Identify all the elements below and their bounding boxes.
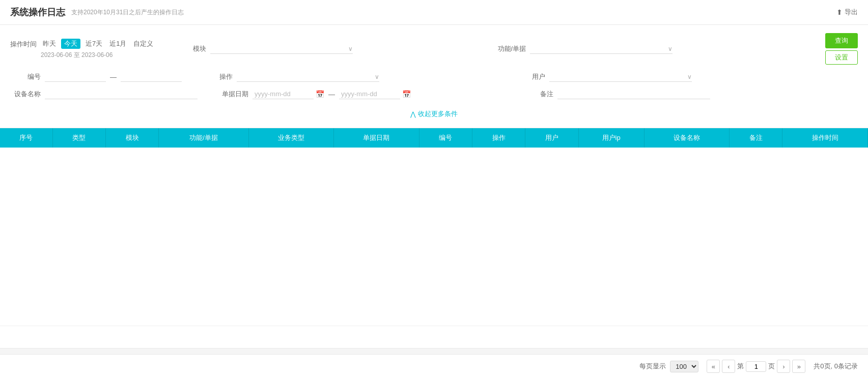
time-label: 操作时间 [10,40,37,49]
number-dash: — [110,73,117,81]
number-input-start[interactable] [45,72,106,82]
col-function: 功能/单据 [159,128,248,148]
function-label: 功能/单据 [495,44,526,53]
time-buttons: 昨天 今天 近7天 近1月 自定义 [41,39,155,49]
calendar-start-icon[interactable]: 📅 [316,90,324,98]
module-select[interactable]: ∨ [210,44,353,54]
export-label: 导出 [845,8,858,17]
filter-row-1: 操作时间 昨天 今天 近7天 近1月 自定义 2023-06-06 至 2023… [10,33,858,65]
time-btn-today[interactable]: 今天 [61,39,80,49]
date-label: 单据日期 [218,90,248,99]
col-device: 设备名称 [644,128,729,148]
collapse-up-icon: ⋀ [410,110,416,118]
function-select[interactable]: ∨ [530,44,673,54]
operation-chevron-icon: ∨ [375,73,379,80]
module-chevron-icon: ∨ [348,45,353,52]
col-date: 单据日期 [334,128,419,148]
table-body [0,148,868,326]
table-header: 序号 类型 模块 功能/单据 业务类型 单据日期 编号 操作 用户 用户ip 设… [0,128,868,148]
filter-area: 操作时间 昨天 今天 近7天 近1月 自定义 2023-06-06 至 2023… [0,25,868,128]
page-number-input[interactable] [746,361,766,372]
empty-area [0,148,868,326]
export-button[interactable]: ⬆ 导出 [836,8,858,17]
module-label: 模块 [176,44,206,53]
time-range: 2023-06-06 至 2023-06-06 [41,51,155,60]
time-btn-custom[interactable]: 自定义 [131,39,155,49]
col-module: 模块 [106,128,159,148]
page-info: 第 页 [737,361,775,372]
col-number: 编号 [419,128,472,148]
page-unit: 页 [768,362,775,371]
operation-select[interactable]: ∨ [237,72,379,82]
device-input[interactable] [45,89,198,99]
col-userip: 用户ip [578,128,644,148]
filter-row-3: 设备名称 单据日期 📅 — 📅 备注 [10,89,858,99]
date-end-input[interactable] [339,89,400,99]
col-operation: 操作 [472,128,525,148]
table-header-row: 序号 类型 模块 功能/单据 业务类型 单据日期 编号 操作 用户 用户ip 设… [0,128,868,148]
time-btn-1month[interactable]: 近1月 [107,39,128,49]
export-icon: ⬆ [836,8,843,16]
last-page-button[interactable]: » [792,360,805,373]
action-buttons: 查询 设置 [825,33,858,65]
collapse-button[interactable]: ⋀ 收起更多条件 [410,109,458,119]
next-page-button[interactable]: › [777,360,790,373]
number-input-end[interactable] [121,72,182,82]
collapse-label: 收起更多条件 [418,109,458,119]
time-filter: 操作时间 昨天 今天 近7天 近1月 自定义 2023-06-06 至 2023… [10,39,155,60]
page-subtitle: 支持2020年10月31日之后产生的操作日志 [71,8,184,17]
col-type: 类型 [52,128,105,148]
calendar-end-icon[interactable]: 📅 [402,90,411,98]
col-biztype: 业务类型 [248,128,333,148]
date-dash: — [328,91,335,98]
scrollbar-area[interactable] [0,348,868,354]
col-seq: 序号 [0,128,52,148]
settings-button[interactable]: 设置 [825,50,858,65]
pagination: 每页显示 100 50 200 « ‹ 第 页 › » 共0页, 0条记录 [0,354,868,378]
user-select[interactable]: ∨ [549,72,692,82]
data-table: 序号 类型 模块 功能/单据 业务类型 单据日期 编号 操作 用户 用户ip 设… [0,128,868,326]
col-remark: 备注 [730,128,782,148]
prev-page-button[interactable]: ‹ [722,360,735,373]
filter-row-2: 编号 — 操作 ∨ 用户 ∨ [10,72,858,82]
page-size-label: 每页显示 [639,362,666,371]
remark-input[interactable] [557,89,710,99]
time-btn-7days[interactable]: 近7天 [83,39,104,49]
user-label: 用户 [515,72,545,81]
time-options: 昨天 今天 近7天 近1月 自定义 2023-06-06 至 2023-06-0… [41,39,155,60]
page-total: 共0页, 0条记录 [814,362,858,371]
user-chevron-icon: ∨ [687,73,692,80]
col-optime: 操作时间 [782,128,868,148]
scrollbar-inner [0,348,868,354]
page-title: 系统操作日志 [10,6,65,18]
first-page-button[interactable]: « [707,360,720,373]
table-container: 序号 类型 模块 功能/单据 业务类型 单据日期 编号 操作 用户 用户ip 设… [0,128,868,348]
page-label: 第 [737,362,744,371]
collapse-row: ⋀ 收起更多条件 [10,106,858,124]
function-chevron-icon: ∨ [668,45,673,52]
time-btn-yesterday[interactable]: 昨天 [41,39,58,49]
query-button[interactable]: 查询 [825,33,858,48]
operation-label: 操作 [202,72,233,81]
device-label: 设备名称 [10,90,41,99]
page-header: 系统操作日志 支持2020年10月31日之后产生的操作日志 ⬆ 导出 [0,0,868,25]
number-label: 编号 [10,72,41,81]
col-user: 用户 [525,128,578,148]
remark-label: 备注 [523,90,553,99]
page-container: 系统操作日志 支持2020年10月31日之后产生的操作日志 ⬆ 导出 操作时间 … [0,0,868,378]
page-size-select[interactable]: 100 50 200 [670,361,698,372]
date-start-input[interactable] [253,89,314,99]
page-nav: « ‹ 第 页 › » [707,360,805,373]
empty-row [0,148,868,326]
